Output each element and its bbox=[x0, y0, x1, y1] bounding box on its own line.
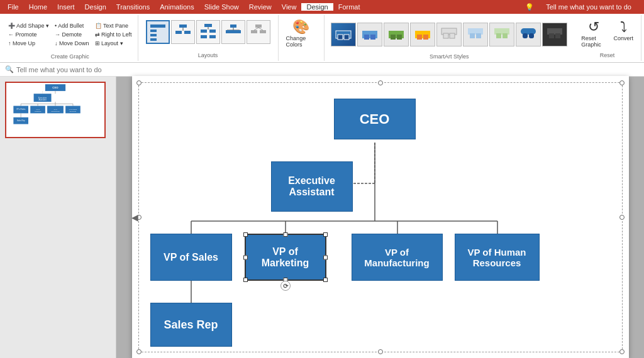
formula-bar: 🔍 bbox=[0, 63, 644, 77]
text-pane-btn[interactable]: 📋 Text Pane bbox=[93, 22, 134, 30]
ribbon: ➕ Add Shape ▾ ← Promote ↑ Move Up • Add … bbox=[0, 14, 644, 63]
layout-option-5[interactable] bbox=[247, 20, 270, 44]
svg-text:Executive: Executive bbox=[38, 97, 47, 99]
svg-rect-50 bbox=[549, 33, 554, 38]
selection-handle-br[interactable] bbox=[619, 349, 625, 354]
menu-file[interactable]: File bbox=[3, 3, 24, 11]
menu-format[interactable]: Format bbox=[333, 3, 365, 11]
slide-1-container: 1 CEO Executive Assistant VP of Sale bbox=[5, 82, 106, 138]
menu-slideshow[interactable]: Slide Show bbox=[199, 3, 244, 11]
svg-rect-47 bbox=[523, 33, 528, 38]
svg-text:VP of: VP of bbox=[53, 109, 57, 110]
resize-arrow-left[interactable]: ◀ bbox=[131, 212, 138, 222]
svg-rect-10 bbox=[201, 30, 207, 33]
vp-hr-node[interactable]: VP of Human Resources bbox=[455, 234, 540, 281]
svg-text:Assistant: Assistant bbox=[38, 99, 46, 101]
menu-review[interactable]: Review bbox=[244, 3, 277, 11]
style-1[interactable] bbox=[331, 23, 356, 46]
menu-design-active[interactable]: Design bbox=[301, 3, 333, 11]
style-5[interactable] bbox=[436, 23, 462, 46]
menu-animations[interactable]: Animations bbox=[155, 3, 199, 11]
style-4[interactable] bbox=[410, 23, 435, 46]
org-chart: ◀ bbox=[138, 82, 623, 352]
tell-me-bar[interactable]: 💡 Tell me what you want to do bbox=[515, 3, 641, 11]
node-handle-tr[interactable] bbox=[323, 232, 328, 237]
reset-graphic-btn[interactable]: ↺ Reset Graphic bbox=[579, 18, 608, 49]
svg-rect-17 bbox=[226, 30, 231, 33]
selection-handle-bm[interactable] bbox=[378, 349, 383, 354]
vp-marketing-node[interactable]: VP of Marketing ⟳ bbox=[245, 234, 326, 281]
vp-sales-node[interactable]: VP of Sales bbox=[150, 234, 232, 281]
menu-transitions[interactable]: Transitions bbox=[111, 3, 155, 11]
selection-handle-bl[interactable] bbox=[136, 349, 142, 354]
svg-rect-48 bbox=[529, 33, 534, 38]
node-handle-tm[interactable] bbox=[283, 232, 287, 237]
right-to-left-btn[interactable]: ⇄ Right to Left bbox=[93, 31, 134, 38]
style-7[interactable] bbox=[489, 23, 514, 46]
node-handle-bl[interactable] bbox=[243, 278, 248, 282]
svg-rect-18 bbox=[231, 30, 236, 33]
menu-design-first[interactable]: Design bbox=[80, 3, 111, 11]
selection-handle-tl[interactable] bbox=[136, 80, 142, 85]
menu-view[interactable]: View bbox=[277, 3, 302, 11]
style-2[interactable] bbox=[357, 23, 382, 46]
demote-btn[interactable]: → Demote bbox=[53, 31, 91, 38]
svg-rect-8 bbox=[204, 24, 212, 27]
convert-icon: ⤵ bbox=[620, 19, 627, 35]
tell-me-input[interactable] bbox=[16, 66, 205, 73]
svg-rect-6 bbox=[175, 31, 182, 34]
selection-handle-mr[interactable] bbox=[619, 215, 625, 220]
layout-option-3[interactable] bbox=[196, 20, 220, 44]
ceo-node[interactable]: CEO bbox=[334, 99, 416, 139]
convert-btn[interactable]: ⤵ Convert bbox=[611, 18, 636, 49]
create-graphic-label: Create Graphic bbox=[6, 52, 134, 60]
svg-rect-45 bbox=[502, 33, 508, 38]
promote-btn[interactable]: ← Promote bbox=[6, 31, 51, 38]
sales-rep-node[interactable]: Sales Rep bbox=[150, 303, 232, 347]
vp-manufacturing-node[interactable]: VP of Manufacturing bbox=[352, 234, 443, 281]
style-8[interactable] bbox=[516, 23, 541, 46]
svg-rect-42 bbox=[476, 33, 481, 38]
exec-assistant-node[interactable]: Executive Assistant bbox=[271, 161, 353, 212]
layout-option-4[interactable] bbox=[221, 20, 245, 44]
svg-text:VP of Sales: VP of Sales bbox=[16, 108, 26, 111]
menu-home[interactable]: Home bbox=[24, 3, 52, 11]
node-handle-mr[interactable] bbox=[323, 255, 328, 259]
node-handle-br[interactable] bbox=[323, 278, 328, 282]
move-down-btn[interactable]: ↓ Move Down bbox=[53, 40, 91, 47]
style-6[interactable] bbox=[463, 23, 488, 46]
add-bullet-btn[interactable]: • Add Bullet bbox=[53, 22, 91, 30]
reset-buttons: ↺ Reset Graphic ⤵ Convert bbox=[579, 18, 636, 49]
svg-rect-44 bbox=[496, 33, 501, 38]
svg-rect-19 bbox=[236, 30, 241, 33]
svg-rect-12 bbox=[201, 35, 207, 38]
move-up-btn[interactable]: ↑ Move Up bbox=[6, 40, 51, 47]
layout-option-2[interactable] bbox=[171, 20, 195, 44]
svg-rect-38 bbox=[443, 33, 448, 38]
selection-handle-tr[interactable] bbox=[619, 80, 625, 85]
layout-option-1[interactable] bbox=[146, 20, 170, 44]
svg-rect-4 bbox=[179, 24, 187, 28]
style-3[interactable] bbox=[384, 23, 409, 46]
style-9[interactable] bbox=[542, 23, 567, 46]
selection-handle-tm[interactable] bbox=[378, 80, 383, 85]
create-graphic-buttons: ➕ Add Shape ▾ ← Promote ↑ Move Up • Add … bbox=[6, 16, 134, 52]
canvas-area[interactable]: ◀ bbox=[116, 77, 644, 358]
slide-thumbnail[interactable]: CEO Executive Assistant VP of Sales VP o… bbox=[5, 82, 106, 138]
node-handle-tl[interactable] bbox=[243, 232, 248, 237]
svg-rect-7 bbox=[184, 31, 191, 34]
svg-rect-22 bbox=[260, 30, 266, 33]
layout-btn[interactable]: ⊞ Layout ▾ bbox=[93, 40, 134, 47]
menu-insert[interactable]: Insert bbox=[52, 3, 80, 11]
svg-rect-33 bbox=[397, 35, 402, 40]
svg-text:CEO: CEO bbox=[52, 86, 58, 89]
slide-canvas: ◀ bbox=[132, 76, 629, 358]
rotate-handle[interactable]: ⟳ bbox=[280, 281, 291, 291]
svg-rect-36 bbox=[423, 35, 428, 40]
node-handle-ml[interactable] bbox=[243, 255, 248, 259]
smartart-styles-section: SmartArt Styles bbox=[325, 15, 574, 61]
add-shape-btn[interactable]: ➕ Add Shape ▾ bbox=[6, 22, 51, 30]
svg-text:VP of Human: VP of Human bbox=[69, 109, 78, 110]
change-colors-btn[interactable]: 🎨 Change Colors bbox=[284, 18, 319, 49]
svg-rect-51 bbox=[555, 33, 560, 38]
